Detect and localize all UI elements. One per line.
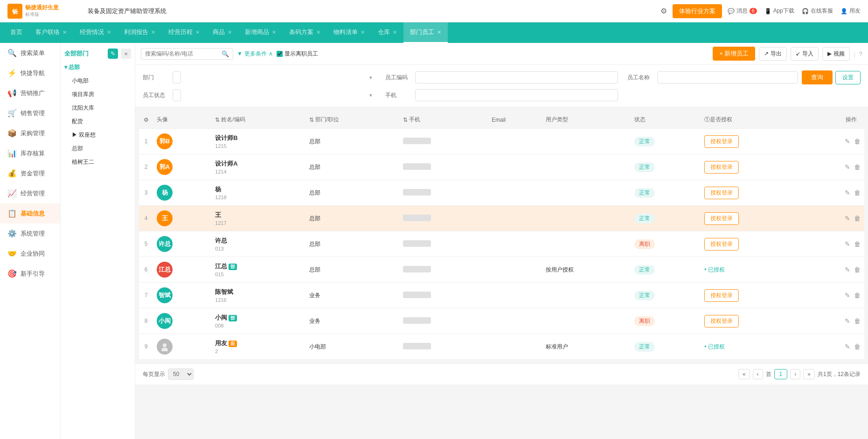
- search-input[interactable]: [145, 50, 220, 57]
- edit-icon[interactable]: ✎: [845, 138, 850, 145]
- tab-profit[interactable]: 利润报告 ✕: [118, 22, 162, 43]
- dept-item-shenyang[interactable]: 沈阳大库: [61, 101, 135, 115]
- nav-item-marketing[interactable]: 📢 营销推广: [0, 83, 60, 103]
- delete-icon[interactable]: 🗑: [854, 343, 861, 350]
- nav-item-system[interactable]: ⚙️ 系统管理: [0, 223, 60, 244]
- dept-item-peihuo[interactable]: 配货: [61, 115, 135, 128]
- query-button[interactable]: 查询: [802, 70, 833, 84]
- delete-icon[interactable]: 🗑: [854, 292, 861, 299]
- tab-customer[interactable]: 客户联络 ✕: [29, 22, 73, 43]
- tab-new-goods[interactable]: 新增商品 ✕: [238, 22, 283, 43]
- th-settings[interactable]: ⚙: [139, 111, 153, 129]
- delete-icon[interactable]: 🗑: [854, 317, 861, 325]
- user-button[interactable]: 👤 用友: [840, 7, 861, 15]
- dept-item-zhishuwang[interactable]: 植树王二: [61, 155, 135, 169]
- edit-icon[interactable]: ✎: [845, 163, 850, 171]
- tab-home[interactable]: 首页: [4, 22, 29, 43]
- employee-name-input[interactable]: [657, 71, 798, 84]
- tab-warehouse[interactable]: 仓库 ✕: [371, 22, 403, 43]
- edit-icon[interactable]: ✎: [845, 343, 850, 350]
- gear-icon[interactable]: ⚙: [660, 7, 667, 15]
- nav-item-sales[interactable]: 🛒 销售管理: [0, 103, 60, 123]
- settings-button[interactable]: 设置: [835, 71, 861, 84]
- status-select[interactable]: [173, 89, 181, 101]
- dept-item-shuangzuoxiang[interactable]: ▶ 双座想: [61, 128, 135, 142]
- delete-icon[interactable]: 🗑: [854, 163, 861, 171]
- dept-item-zongbu-child[interactable]: 总部: [61, 142, 135, 155]
- tab-close-bom[interactable]: ✕: [361, 29, 365, 35]
- show-resigned-label[interactable]: 显示离职员工: [277, 50, 318, 58]
- auth-button[interactable]: 授权登录: [704, 161, 739, 174]
- th-name[interactable]: ⇅姓名/编码: [211, 111, 305, 129]
- auth-button[interactable]: 授权登录: [704, 238, 739, 251]
- add-employee-button[interactable]: + 新增员工: [713, 47, 755, 61]
- delete-icon[interactable]: 🗑: [854, 266, 861, 273]
- delete-icon[interactable]: 🗑: [854, 189, 861, 196]
- tab-operations[interactable]: 经营情况 ✕: [73, 22, 118, 43]
- auth-button[interactable]: 授权登录: [704, 289, 739, 302]
- dept-item-xiaodian[interactable]: 小电部: [61, 74, 135, 88]
- auth-button[interactable]: 授权登录: [704, 187, 739, 199]
- export-button[interactable]: ↗ 导出: [759, 47, 787, 61]
- dept-edit-icon[interactable]: ✎: [108, 49, 118, 59]
- edit-icon[interactable]: ✎: [845, 266, 850, 273]
- tab-employee[interactable]: 部门员工 ✕: [403, 22, 448, 43]
- tab-bom[interactable]: 物料清单 ✕: [327, 22, 371, 43]
- tab-close-barcode[interactable]: ✕: [316, 29, 320, 35]
- tab-close-warehouse[interactable]: ✕: [393, 29, 397, 35]
- th-dept[interactable]: ⇅部门/职位: [306, 111, 399, 129]
- next-page-button[interactable]: ›: [790, 369, 800, 379]
- tab-barcode[interactable]: 条码方案 ✕: [283, 22, 327, 43]
- nav-item-inventory[interactable]: 📊 库存核算: [0, 143, 60, 163]
- dept-item-zongbu-parent[interactable]: ▾ 总部: [61, 61, 135, 74]
- dept-collapse-icon[interactable]: «: [121, 49, 131, 59]
- nav-item-purchase[interactable]: 📦 采购管理: [0, 123, 60, 143]
- view-button[interactable]: ▶ 视频: [822, 47, 850, 61]
- dept-item-project[interactable]: 项目库房: [61, 88, 135, 101]
- th-phone[interactable]: ⇅手机: [399, 111, 488, 129]
- help-icon[interactable]: ?: [859, 50, 862, 57]
- tab-close-operations[interactable]: ✕: [107, 29, 111, 35]
- first-page-button[interactable]: «: [738, 369, 750, 379]
- tab-close-profit[interactable]: ✕: [151, 29, 155, 35]
- employee-code-input[interactable]: [415, 71, 618, 84]
- edit-icon[interactable]: ✎: [845, 189, 850, 196]
- prev-page-button[interactable]: ‹: [753, 369, 763, 379]
- edit-icon[interactable]: ✎: [845, 215, 850, 222]
- more-filter-button[interactable]: ▼ 更多条件 ∧: [237, 50, 273, 58]
- nav-item-guide[interactable]: 🎯 新手引导: [0, 264, 60, 284]
- last-page-button[interactable]: »: [803, 369, 815, 379]
- edit-icon[interactable]: ✎: [845, 292, 850, 299]
- message-button[interactable]: 💬 消息 6: [728, 7, 757, 15]
- show-resigned-checkbox[interactable]: [277, 51, 283, 57]
- nav-item-shortcut[interactable]: ⚡ 快捷导航: [0, 63, 60, 83]
- auth-button[interactable]: 授权登录: [704, 135, 739, 148]
- nav-item-basic[interactable]: 📋 基础信息: [0, 203, 60, 223]
- edit-icon[interactable]: ✎: [845, 240, 850, 248]
- edit-icon[interactable]: ✎: [845, 317, 850, 325]
- tab-close-new-goods[interactable]: ✕: [272, 29, 276, 35]
- tab-goods[interactable]: 商品 ✕: [206, 22, 238, 43]
- tab-history[interactable]: 经营历程 ✕: [162, 22, 206, 43]
- nav-item-search[interactable]: 🔍 搜索菜单: [0, 43, 60, 63]
- import-button[interactable]: ↙ 导入: [791, 47, 819, 61]
- nav-item-enterprise[interactable]: 🤝 企业协同: [0, 244, 60, 264]
- phone-input[interactable]: [415, 89, 618, 101]
- app-download-button[interactable]: 📱 App下载: [764, 7, 794, 15]
- nav-item-finance[interactable]: 💰 资金管理: [0, 163, 60, 183]
- current-page[interactable]: 1: [774, 369, 788, 379]
- tab-close-customer[interactable]: ✕: [62, 29, 67, 35]
- nav-item-operations-mgmt[interactable]: 📈 经营管理: [0, 183, 60, 203]
- delete-icon[interactable]: 🗑: [854, 138, 861, 145]
- tab-close-goods[interactable]: ✕: [228, 29, 232, 35]
- tab-close-employee[interactable]: ✕: [437, 29, 441, 35]
- auth-button[interactable]: 授权登录: [704, 212, 739, 225]
- per-page-select[interactable]: 50 100 200: [168, 369, 194, 380]
- dept-select[interactable]: [173, 71, 181, 84]
- delete-icon[interactable]: 🗑: [854, 240, 861, 248]
- service-button[interactable]: 🎧 在线客服: [802, 7, 833, 15]
- experience-button[interactable]: 体验行业方案: [673, 4, 722, 18]
- auth-button[interactable]: 授权登录: [704, 315, 739, 328]
- tab-close-history[interactable]: ✕: [195, 29, 200, 35]
- delete-icon[interactable]: 🗑: [854, 215, 861, 222]
